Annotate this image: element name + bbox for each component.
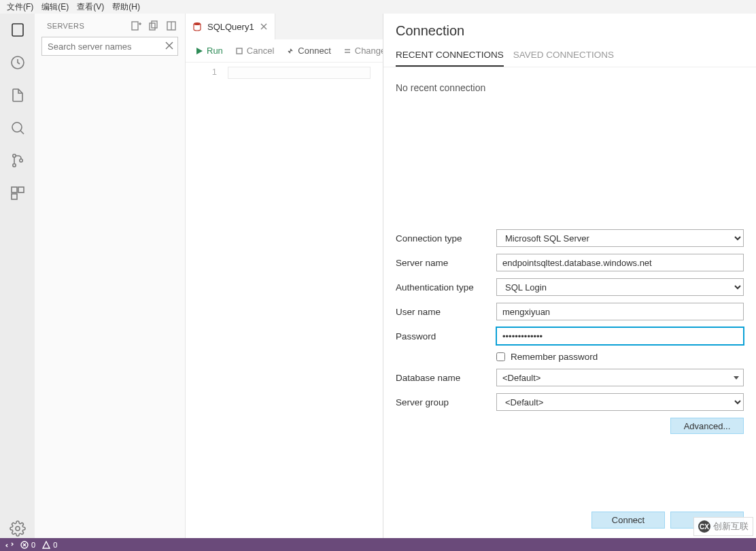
menubar: 文件(F) 编辑(E) 查看(V) 帮助(H): [0, 0, 756, 14]
menu-file[interactable]: 文件(F): [3, 1, 37, 13]
menu-edit[interactable]: 编辑(E): [37, 1, 73, 13]
statusbar: 0 0: [0, 538, 756, 551]
svg-point-7: [12, 164, 15, 167]
password-input[interactable]: [496, 327, 744, 345]
svg-rect-26: [237, 48, 242, 54]
remember-password-input[interactable]: [496, 352, 505, 361]
connection-panel: Connection RECENT CONNECTIONS SAVED CONN…: [383, 14, 756, 538]
new-group-icon[interactable]: [148, 20, 159, 31]
errors-count[interactable]: 0: [20, 541, 35, 549]
clear-search-icon[interactable]: [165, 41, 174, 50]
no-recent-label: No recent connection: [383, 67, 756, 108]
svg-rect-16: [150, 23, 155, 30]
activity-sourcecontrol-icon[interactable]: [8, 151, 27, 170]
cancel-button: Cancel: [235, 46, 274, 56]
connect-submit-button[interactable]: Connect: [591, 512, 665, 529]
svg-line-5: [20, 131, 24, 134]
svg-point-8: [19, 159, 22, 162]
chevron-down-icon[interactable]: [733, 374, 740, 381]
svg-rect-11: [12, 194, 17, 199]
tab-label: SQLQuery1: [207, 22, 254, 32]
user-name-input[interactable]: [496, 303, 744, 320]
side-panel-header: SERVERS: [35, 14, 185, 37]
remote-icon[interactable]: [5, 541, 14, 549]
close-tab-icon[interactable]: [260, 22, 268, 31]
connection-tabs: RECENT CONNECTIONS SAVED CONNECTIONS: [383, 46, 756, 67]
server-name-input[interactable]: [496, 254, 744, 271]
line-gutter: 1: [186, 63, 228, 538]
tab-sqlquery1[interactable]: SQLQuery1: [186, 14, 275, 39]
auth-type-select[interactable]: SQL Login: [496, 278, 744, 296]
activity-bar: [0, 14, 35, 538]
app-body: SERVERS SQLQuery1 Run: [0, 14, 756, 538]
svg-marker-31: [43, 541, 50, 548]
svg-point-6: [12, 154, 15, 157]
svg-point-4: [12, 122, 22, 132]
password-label: Password: [396, 331, 496, 341]
activity-history-icon[interactable]: [8, 53, 27, 72]
remember-password-checkbox[interactable]: Remember password: [496, 352, 598, 362]
advanced-button[interactable]: Advanced...: [670, 418, 744, 434]
svg-marker-27: [734, 376, 739, 380]
watermark: CX 创新互联: [693, 517, 753, 536]
code-line[interactable]: [228, 67, 371, 79]
database-icon: [192, 22, 202, 31]
menu-help[interactable]: 帮助(H): [108, 1, 144, 13]
activity-settings-icon[interactable]: [8, 519, 27, 538]
svg-rect-0: [12, 24, 23, 36]
server-search-box: [41, 37, 178, 56]
warnings-count[interactable]: 0: [42, 541, 57, 549]
svg-marker-25: [196, 48, 203, 54]
server-name-label: Server name: [396, 258, 496, 268]
tab-saved-connections[interactable]: SAVED CONNECTIONS: [513, 46, 614, 67]
svg-point-12: [16, 527, 20, 531]
server-group-label: Server group: [396, 397, 496, 407]
connection-type-label: Connection type: [396, 233, 496, 244]
svg-rect-13: [132, 22, 138, 30]
menu-view[interactable]: 查看(V): [73, 1, 108, 13]
svg-point-22: [194, 22, 201, 25]
toggle-panel-icon[interactable]: [166, 20, 177, 31]
activity-files-icon[interactable]: [8, 86, 27, 105]
server-search-input[interactable]: [41, 37, 178, 56]
connect-button[interactable]: Connect: [286, 46, 330, 56]
connection-type-select[interactable]: Microsoft SQL Server: [496, 229, 744, 247]
user-name-label: User name: [396, 307, 496, 317]
server-group-select[interactable]: <Default>: [496, 393, 744, 411]
editor-area: SQLQuery1 Run Cancel Connect Change Co: [186, 14, 756, 538]
tab-recent-connections[interactable]: RECENT CONNECTIONS: [396, 46, 504, 67]
connection-form: Connection type Microsoft SQL Server Ser…: [383, 229, 756, 411]
svg-rect-17: [152, 21, 157, 28]
activity-servers-icon[interactable]: [8, 20, 27, 39]
database-name-combo[interactable]: [496, 369, 744, 386]
activity-extensions-icon[interactable]: [8, 184, 27, 203]
svg-rect-9: [12, 187, 17, 193]
svg-rect-10: [18, 187, 24, 193]
new-connection-icon[interactable]: [131, 20, 141, 31]
database-name-label: Database name: [396, 373, 496, 383]
connection-title: Connection: [383, 14, 756, 46]
run-button[interactable]: Run: [195, 46, 223, 56]
activity-search-icon[interactable]: [8, 118, 27, 137]
side-panel-title: SERVERS: [47, 22, 124, 30]
watermark-logo-icon: CX: [698, 520, 710, 533]
auth-type-label: Authentication type: [396, 282, 496, 293]
side-panel: SERVERS: [35, 14, 186, 538]
